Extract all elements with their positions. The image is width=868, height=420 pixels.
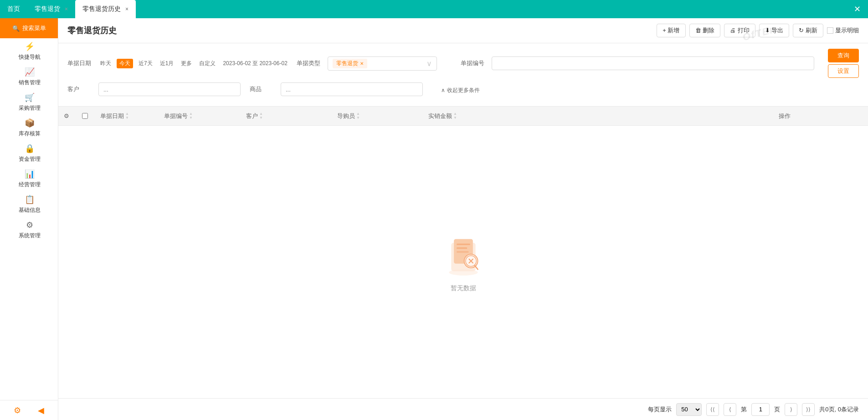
page-suffix: 页 xyxy=(774,405,780,414)
date-shortcuts: 昨天 今天 近7天 近1月 更多 自定义 xyxy=(98,59,217,68)
table-settings-icon[interactable]: ⚙ xyxy=(64,113,69,119)
collapse-button[interactable]: ∧ 收起更多条件 xyxy=(441,87,480,94)
per-page-select[interactable]: 50 10 20 100 xyxy=(676,403,702,416)
sidebar-item-purchase-mgmt[interactable]: 🛒 采购管理 xyxy=(0,89,58,115)
empty-text: 暂无数据 xyxy=(451,284,476,292)
delete-button[interactable]: 🗑 删除 xyxy=(689,24,721,37)
date-btn-more[interactable]: 更多 xyxy=(179,59,194,68)
main-layout: 🔍 搜索菜单 ⚡ 快捷导航 📈 销售管理 🛒 采购管理 📦 库存核算 🔒 xyxy=(0,18,868,420)
doc-number-label: 单据编号 xyxy=(461,59,488,67)
doc-number-input[interactable] xyxy=(492,56,814,70)
filter-row-1: 单据日期 昨天 今天 近7天 近1月 更多 自定义 2023-06-02 至 2… xyxy=(67,49,859,78)
inventory-icon: 📦 xyxy=(25,118,35,128)
svg-rect-5 xyxy=(457,251,469,252)
date-btn-7days[interactable]: 近7天 xyxy=(137,59,154,68)
sidebar-item-finance[interactable]: 🔒 资金管理 xyxy=(0,140,58,166)
sidebar-item-inventory[interactable]: 📦 库存核算 xyxy=(0,115,58,140)
tab-retail-return-history-close[interactable]: × xyxy=(125,6,128,12)
sort-guide: ▲ ▼ xyxy=(356,112,360,120)
doc-type-tag-close[interactable]: ✕ xyxy=(360,61,364,66)
th-settings[interactable]: ⚙ xyxy=(60,113,78,119)
sort-customer: ▲ ▼ xyxy=(259,112,263,120)
table-area: ⚙ 单据日期 ▲ ▼ 单据编号 ▲ ▼ xyxy=(58,107,868,398)
collapse-up-icon: ∧ xyxy=(441,87,445,93)
sidebar-item-sales-mgmt[interactable]: 📈 销售管理 xyxy=(0,64,58,89)
top-tab-bar: 首页 零售退货 × 零售退货历史 × ✕ xyxy=(0,0,868,18)
date-btn-yesterday[interactable]: 昨天 xyxy=(98,59,113,68)
doc-type-label: 单据类型 xyxy=(297,59,324,67)
date-btn-today[interactable]: 今天 xyxy=(117,59,133,68)
page-label: 第 xyxy=(741,405,747,414)
print-button[interactable]: 🖨 打印 xyxy=(724,24,755,37)
pagination-bar: 每页显示 50 10 20 100 ⟨⟨ ⟨ 第 页 ⟩ ⟩⟩ 共0页, 0条记… xyxy=(58,398,868,420)
display-detail-checkbox[interactable] xyxy=(827,27,833,34)
date-btn-custom[interactable]: 自定义 xyxy=(197,59,217,68)
query-settings-wrap: 查询 设置 xyxy=(828,49,859,78)
th-actual-amount[interactable]: 实销金额 ▲ ▼ xyxy=(425,112,775,120)
select-all-checkbox[interactable] xyxy=(82,113,88,119)
sales-icon: 📈 xyxy=(25,67,35,77)
goods-input[interactable] xyxy=(281,82,423,96)
page-last-button[interactable]: ⟩⟩ xyxy=(802,403,815,416)
settings-button[interactable]: 设置 xyxy=(828,64,859,78)
sidebar-item-quick-nav[interactable]: ⚡ 快捷导航 xyxy=(0,38,58,64)
th-customer[interactable]: 客户 ▲ ▼ xyxy=(242,112,334,120)
header-actions: + 新增 🗑 删除 🖨 打印 ⬇ 导出 ↻ 刷新 显示明细 xyxy=(657,24,859,37)
page-header: 零售退货历史 + 新增 🗑 删除 🖨 打印 ⬇ 导出 ↻ 刷新 显示明细 xyxy=(58,18,868,43)
sidebar: 🔍 搜索菜单 ⚡ 快捷导航 📈 销售管理 🛒 采购管理 📦 库存核算 🔒 xyxy=(0,18,58,420)
basic-info-icon: 📋 xyxy=(25,195,35,205)
th-checkbox[interactable] xyxy=(78,113,97,119)
th-doc-number[interactable]: 单据编号 ▲ ▼ xyxy=(160,112,242,120)
th-operation: 操作 xyxy=(775,112,830,120)
doc-type-dropdown-arrow: ∨ xyxy=(426,59,432,68)
empty-state: 暂无数据 xyxy=(58,126,868,398)
table-header: ⚙ 单据日期 ▲ ▼ 单据编号 ▲ ▼ xyxy=(58,107,868,126)
sidebar-items: ⚡ 快捷导航 📈 销售管理 🛒 采购管理 📦 库存核算 🔒 资金管理 📊 xyxy=(0,38,58,400)
customer-input[interactable] xyxy=(98,82,241,96)
filter-doc-date: 单据日期 昨天 今天 近7天 近1月 更多 自定义 2023-06-02 至 2… xyxy=(67,59,288,68)
sidebar-item-basic-info[interactable]: 📋 基础信息 xyxy=(0,191,58,217)
finance-icon: 🔒 xyxy=(25,143,35,154)
display-detail-wrap: 显示明细 xyxy=(827,26,859,35)
new-button[interactable]: + 新增 xyxy=(657,24,685,37)
goods-label: 商品 xyxy=(250,85,277,93)
settings-bottom-icon[interactable]: ⚙ xyxy=(14,405,21,415)
window-close-button[interactable]: ✕ xyxy=(854,4,861,14)
filter-doc-number: 单据编号 xyxy=(461,56,814,70)
doc-type-tag: 零售退货 ✕ xyxy=(333,59,367,68)
page-prev-button[interactable]: ⟨ xyxy=(724,403,736,416)
page-title: 零售退货历史 xyxy=(67,25,117,36)
doc-type-selector[interactable]: 零售退货 ✕ ∨ xyxy=(328,56,437,71)
tab-retail-return-history[interactable]: 零售退货历史 × xyxy=(75,0,136,18)
main-content: 零售退货历史 + 新增 🗑 删除 🖨 打印 ⬇ 导出 ↻ 刷新 显示明细 单据日… xyxy=(58,18,868,420)
sidebar-bottom: ⚙ ◀ xyxy=(0,400,58,420)
svg-rect-3 xyxy=(457,244,470,245)
sidebar-item-operations[interactable]: 📊 经营管理 xyxy=(0,166,58,191)
refresh-button[interactable]: ↻ 刷新 xyxy=(793,24,823,37)
date-btn-1month[interactable]: 近1月 xyxy=(158,59,176,68)
collapse-sidebar-icon[interactable]: ◀ xyxy=(38,405,44,415)
th-guide[interactable]: 导购员 ▲ ▼ xyxy=(334,112,425,120)
empty-state-icon xyxy=(441,231,486,277)
filter-goods: 商品 xyxy=(250,82,423,96)
query-button[interactable]: 查询 xyxy=(828,49,859,62)
page-number-input[interactable] xyxy=(751,403,770,416)
tab-home[interactable]: 首页 xyxy=(0,0,27,18)
tab-retail-return-close[interactable]: × xyxy=(65,6,68,12)
sort-actual-amount: ▲ ▼ xyxy=(453,112,457,120)
search-icon: 🔍 xyxy=(12,25,20,32)
operations-icon: 📊 xyxy=(25,169,35,179)
page-next-button[interactable]: ⟩ xyxy=(785,403,797,416)
sidebar-item-system[interactable]: ⚙ 系统管理 xyxy=(0,217,58,242)
filter-customer: 客户 xyxy=(67,82,241,96)
search-menu[interactable]: 🔍 搜索菜单 xyxy=(0,18,58,38)
export-button[interactable]: ⬇ 导出 xyxy=(759,24,790,37)
svg-rect-4 xyxy=(457,247,467,249)
system-icon: ⚙ xyxy=(26,220,33,230)
th-doc-date[interactable]: 单据日期 ▲ ▼ xyxy=(97,112,160,120)
date-range-display: 2023-06-02 至 2023-06-02 xyxy=(223,60,287,67)
purchase-icon: 🛒 xyxy=(25,92,35,102)
filter-doc-type: 单据类型 零售退货 ✕ ∨ xyxy=(297,56,452,71)
tab-retail-return[interactable]: 零售退货 × xyxy=(27,0,75,18)
page-first-button[interactable]: ⟨⟨ xyxy=(706,403,719,416)
